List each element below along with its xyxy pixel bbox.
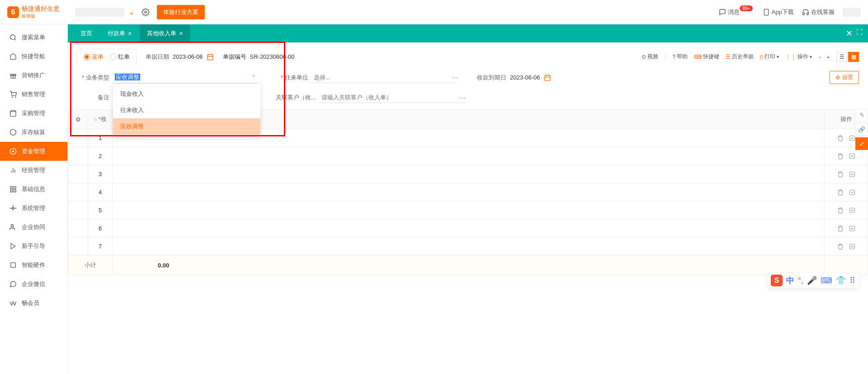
delete-row-icon[interactable]: [837, 153, 844, 159]
tab-close-all-icon[interactable]: ✕: [846, 28, 853, 38]
related-label: 关联客户（收...: [276, 94, 316, 102]
ime-lang-label[interactable]: 中: [786, 275, 794, 286]
settings-gear-icon[interactable]: [142, 8, 150, 16]
column-settings-button[interactable]: ⚙ 设置: [830, 71, 859, 84]
print-button[interactable]: ⎙打印▾: [760, 53, 779, 61]
ime-punct-icon[interactable]: °,: [798, 276, 803, 285]
list-view-toggle[interactable]: ☰: [836, 52, 847, 62]
row-number: 5: [88, 201, 113, 220]
logo[interactable]: 6 畅捷通好生意 标准版: [7, 5, 68, 19]
play-icon: ⊙: [642, 54, 646, 60]
ime-skin-icon[interactable]: 👕: [836, 276, 846, 285]
app-download-link[interactable]: App下载: [763, 8, 794, 16]
sidebar-item-chart[interactable]: 经营管理: [0, 161, 67, 180]
svg-rect-23: [208, 54, 213, 60]
sidebar-item-device[interactable]: 智能硬件: [0, 256, 67, 275]
chevron-down-icon: ▾: [777, 54, 779, 59]
radio-red[interactable]: 红单: [110, 53, 130, 61]
ime-menu-icon[interactable]: ⠿: [849, 276, 855, 285]
sidebar-item-vip[interactable]: 畅会员: [0, 294, 67, 313]
table-sort-column[interactable]: ⇅*收: [88, 110, 113, 129]
online-service-link[interactable]: 在线客服: [802, 8, 835, 16]
table-row[interactable]: 2: [68, 147, 868, 165]
video-button[interactable]: ⊙视频: [642, 53, 658, 61]
account-selector[interactable]: ⌄: [75, 8, 134, 17]
table-row[interactable]: 7: [68, 238, 868, 256]
biz-type-select[interactable]: 应收调整 ⌃ 现金收入 往来收入 应收调整: [113, 71, 258, 84]
sidebar-item-gear[interactable]: 系统管理: [0, 199, 67, 218]
delete-row-icon[interactable]: [837, 207, 844, 214]
partner-lookup-icon[interactable]: ⋯: [451, 73, 459, 82]
history-button[interactable]: ☰历史单据: [726, 53, 754, 61]
float-expand-button[interactable]: ⤢: [855, 137, 868, 150]
delete-row-icon[interactable]: [837, 243, 844, 250]
radio-blue[interactable]: 蓝单: [84, 53, 104, 61]
add-row-icon[interactable]: [849, 189, 855, 196]
table-row[interactable]: 5: [68, 201, 868, 220]
ime-bar[interactable]: S 中 °, 🎤 ⌨ 👕 ⠿: [767, 273, 859, 288]
float-attach-button[interactable]: 🔗: [855, 123, 868, 136]
svg-point-8: [12, 97, 12, 97]
add-row-icon[interactable]: [849, 171, 855, 178]
close-icon[interactable]: ×: [128, 30, 132, 37]
delete-row-icon[interactable]: [837, 225, 844, 232]
delete-row-icon[interactable]: [837, 135, 844, 141]
form-row-1: 业务类型 应收调整 ⌃ 现金收入 往来收入 应收调整: [77, 65, 859, 90]
tab-首页[interactable]: 首页: [73, 24, 99, 42]
sidebar-item-label: 销售管理: [22, 90, 45, 98]
sidebar-item-gift[interactable]: 营销推广: [0, 66, 67, 85]
ops-button[interactable]: ⋮⋮操作▾: [785, 53, 812, 61]
sidebar-item-team[interactable]: 企业协同: [0, 218, 67, 237]
form-toolbar: ⊙视频 | ?帮助 ⌨快捷键 ☰历史单据 ⎙打印▾ ⋮⋮操作▾ ◂ ▸ ☰ ▦: [642, 52, 859, 62]
sidebar-item-grid[interactable]: 基础信息: [0, 180, 67, 199]
shortcut-button[interactable]: ⌨快捷键: [694, 53, 719, 61]
calendar-icon[interactable]: [544, 74, 551, 81]
biz-type-value: 应收调整: [115, 74, 140, 80]
user-avatar[interactable]: [843, 8, 861, 17]
sidebar-item-label: 采购管理: [22, 109, 45, 117]
related-lookup-icon[interactable]: ⋯: [459, 94, 467, 102]
partner-input[interactable]: [312, 72, 457, 83]
close-icon[interactable]: ×: [179, 30, 183, 37]
messages-link[interactable]: 消息 99+: [719, 8, 755, 16]
doc-date-field[interactable]: 单据日期 2023-06-06: [146, 53, 214, 61]
form-top-row: 蓝单 红单 单据日期 2023-06-06 单据编号 SR-2: [77, 49, 859, 65]
sidebar-item-box[interactable]: 库存核算: [0, 123, 67, 142]
table-gear-column[interactable]: ⚙: [68, 110, 88, 129]
sidebar-item-wechat[interactable]: 企业微信: [0, 275, 67, 294]
box-icon: [9, 128, 17, 136]
add-row-icon[interactable]: [849, 243, 855, 250]
tab-付款单[interactable]: 付款单×: [100, 24, 139, 42]
dropdown-option-cash[interactable]: 现金收入: [113, 86, 260, 102]
delete-row-icon[interactable]: [837, 189, 844, 196]
dropdown-option-adjust[interactable]: 应收调整: [113, 118, 260, 135]
float-note-button[interactable]: ✎: [855, 108, 868, 121]
sidebar-item-money[interactable]: 资金管理: [0, 142, 67, 161]
tab-其他收入单[interactable]: 其他收入单×: [140, 24, 190, 42]
sidebar-item-cart[interactable]: 销售管理: [0, 85, 67, 104]
ime-mic-icon[interactable]: 🎤: [807, 276, 817, 285]
add-row-icon[interactable]: [849, 153, 855, 159]
related-input[interactable]: [320, 92, 464, 103]
grid-view-toggle[interactable]: ▦: [848, 52, 859, 62]
table-row[interactable]: 4: [68, 183, 868, 201]
content-area: 首页付款单×其他收入单× ✕ ⛶ 蓝单 红单: [68, 24, 868, 374]
prev-icon[interactable]: ◂: [818, 54, 821, 60]
sidebar-item-search[interactable]: 搜索菜单: [0, 28, 67, 47]
delete-row-icon[interactable]: [837, 171, 844, 178]
ime-keyboard-icon[interactable]: ⌨: [821, 276, 832, 285]
tab-fullscreen-icon[interactable]: ⛶: [856, 28, 863, 38]
dropdown-option-ar[interactable]: 往来收入: [113, 102, 260, 118]
table-row[interactable]: 6: [68, 220, 868, 238]
next-icon[interactable]: ▸: [827, 54, 830, 60]
add-row-icon[interactable]: [849, 135, 855, 141]
trial-button[interactable]: 体验行业方案: [157, 5, 205, 19]
sidebar-item-bag[interactable]: 采购管理: [0, 104, 67, 123]
add-row-icon[interactable]: [849, 225, 855, 232]
calendar-icon[interactable]: [207, 53, 214, 61]
sidebar-item-guide[interactable]: 新手引导: [0, 237, 67, 256]
help-button[interactable]: ?帮助: [672, 53, 688, 61]
sidebar-item-home[interactable]: 快捷导航: [0, 47, 67, 66]
table-row[interactable]: 3: [68, 165, 868, 183]
add-row-icon[interactable]: [849, 207, 855, 214]
